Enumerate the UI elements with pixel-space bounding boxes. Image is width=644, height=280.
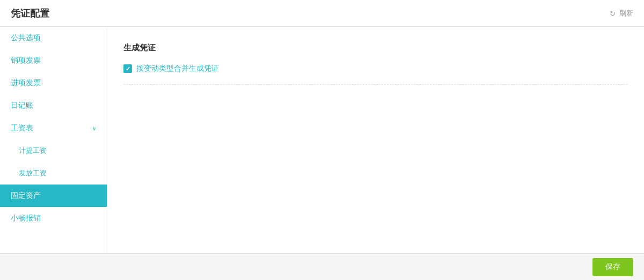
checkbox-label[interactable]: 按变动类型合并生成凭证 — [136, 64, 219, 73]
sidebar-item-label: 计提工资 — [19, 146, 47, 156]
sidebar-item-label: 销项发票 — [11, 56, 41, 65]
sidebar-item-expense-report[interactable]: 小畅报销 — [0, 207, 107, 230]
section-title: 生成凭证 — [123, 43, 628, 53]
merge-by-type-checkbox[interactable]: ✓ — [123, 64, 132, 73]
sidebar-item-calc-payroll[interactable]: 计提工资 — [0, 139, 107, 162]
sidebar-item-label: 发放工资 — [19, 168, 47, 178]
sidebar-item-label: 固定资产 — [11, 191, 41, 201]
refresh-label: 刷新 — [619, 9, 633, 18]
refresh-icon: ↻ — [610, 10, 617, 17]
sidebar-item-label: 工资表 — [11, 123, 33, 133]
sidebar-item-public-options[interactable]: 公共选项 — [0, 27, 107, 49]
page-header: 凭证配置 ↻ 刷新 — [0, 0, 644, 27]
sidebar-item-fixed-assets[interactable]: 固定资产 — [0, 185, 107, 207]
sidebar-item-label: 公共选项 — [11, 33, 41, 43]
sidebar-item-purchase-invoice[interactable]: 进项发票 — [0, 72, 107, 94]
main-layout: 公共选项 销项发票 进项发票 日记账 工资表 ∨ 计提工资 发放工资 — [0, 27, 644, 253]
refresh-button[interactable]: ↻ 刷新 — [610, 9, 633, 18]
page-wrapper: 凭证配置 ↻ 刷新 公共选项 销项发票 进项发票 日记账 工资表 ∨ — [0, 0, 644, 280]
sidebar-item-label: 日记账 — [11, 101, 33, 110]
checkbox-row: ✓ 按变动类型合并生成凭证 — [123, 64, 628, 73]
section-divider — [123, 84, 628, 85]
sidebar-item-pay-payroll[interactable]: 发放工资 — [0, 162, 107, 185]
sidebar-item-journal[interactable]: 日记账 — [0, 94, 107, 117]
page-title: 凭证配置 — [11, 7, 49, 20]
sidebar-item-payroll-table[interactable]: 工资表 ∨ — [0, 117, 107, 139]
sidebar-item-label: 进项发票 — [11, 78, 41, 88]
page-footer: 保存 — [0, 253, 644, 280]
sidebar-item-label: 小畅报销 — [11, 213, 41, 223]
chevron-down-icon: ∨ — [92, 126, 96, 131]
checkmark-icon: ✓ — [126, 65, 130, 72]
save-button[interactable]: 保存 — [592, 258, 633, 276]
sidebar-item-sales-invoice[interactable]: 销项发票 — [0, 49, 107, 72]
sidebar: 公共选项 销项发票 进项发票 日记账 工资表 ∨ 计提工资 发放工资 — [0, 27, 107, 253]
content-area: 生成凭证 ✓ 按变动类型合并生成凭证 — [107, 27, 644, 253]
